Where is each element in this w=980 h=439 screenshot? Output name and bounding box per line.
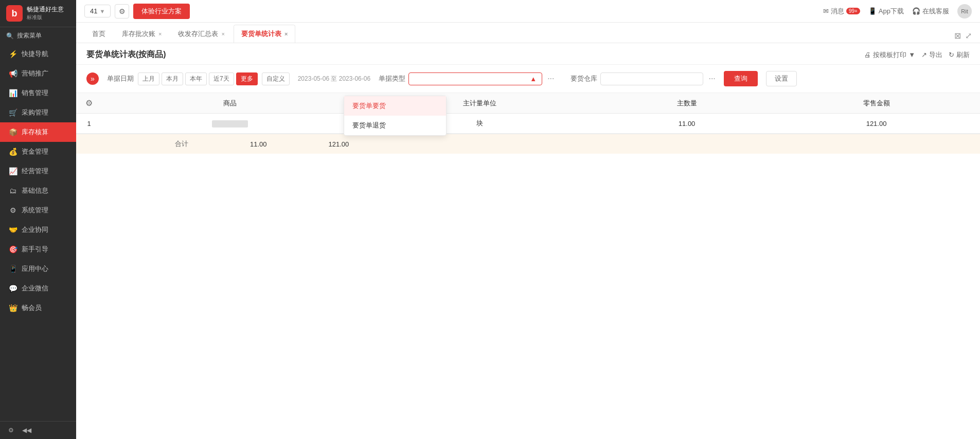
date-btn-last-month[interactable]: 上月 <box>138 72 159 85</box>
table-footer: 合计 11.00 121.00 <box>76 134 980 154</box>
tabs-bar: 首页 库存批次账 × 收发存汇总表 × 要货单统计表 × ⊠ ⤢ <box>76 23 980 43</box>
avatar[interactable]: Rit <box>957 4 972 19</box>
warehouse-select[interactable] <box>600 72 703 85</box>
sidebar-item-system[interactable]: ⚙ 系统管理 <box>0 200 76 220</box>
sidebar-item-app-center[interactable]: 📱 应用中心 <box>0 259 76 279</box>
cell-product <box>102 114 358 134</box>
sidebar-collapse-btn[interactable]: ◀◀ <box>22 427 31 434</box>
type-label: 单据类型 <box>379 74 405 83</box>
date-filter-group: 单据日期 上月 本月 本年 近7天 更多 自定义 <box>107 72 290 85</box>
industry-btn[interactable]: 体验行业方案 <box>133 4 190 19</box>
purchase-icon: 🛒 <box>8 108 17 117</box>
topbar-gear-button[interactable]: ⚙ <box>115 4 129 19</box>
type-more-btn[interactable]: ··· <box>547 74 554 83</box>
col-settings-icon: ⚙ <box>85 99 93 107</box>
table-row: 1 块 11.00 121.00 <box>76 114 980 134</box>
print-chevron-icon: ▼ <box>908 51 915 59</box>
sidebar-item-guide[interactable]: 🎯 新手引导 <box>0 240 76 259</box>
warehouse-more-btn[interactable]: ··· <box>708 74 715 83</box>
search-menu[interactable]: 🔍 搜索菜单 <box>0 27 76 44</box>
tab-receivable-summary-close[interactable]: × <box>221 31 224 37</box>
sidebar-item-label: 新手引导 <box>22 245 48 254</box>
cell-index: 1 <box>76 114 102 134</box>
sales-icon: 📊 <box>8 89 17 97</box>
tab-home[interactable]: 首页 <box>84 25 113 43</box>
print-template-btn[interactable]: 🖨 按模板打印 ▼ <box>864 50 915 60</box>
tab-inventory-batch-close[interactable]: × <box>158 31 162 37</box>
type-filter-group: 单据类型 ▲ ··· <box>379 72 554 85</box>
sidebar-item-finance[interactable]: 💰 资金管理 <box>0 142 76 161</box>
tab-inventory-batch-label: 库存批次账 <box>122 29 155 39</box>
sidebar-item-operations[interactable]: 📈 经营管理 <box>0 161 76 181</box>
page-title: 要货单统计表(按商品) <box>86 49 166 60</box>
dropdown-item-order-return[interactable]: 要货单退货 <box>344 116 446 135</box>
sidebar: b 畅捷通好生意 标准版 🔍 搜索菜单 ⚡ 快捷导航 📢 营销推广 📊 销售管理… <box>0 0 76 439</box>
footer-label: 合计 <box>175 139 188 149</box>
cell-amount: 121.00 <box>773 114 980 134</box>
tab-inventory-batch[interactable]: 库存批次账 × <box>114 25 169 43</box>
sidebar-settings-btn[interactable]: ⚙ <box>8 427 14 434</box>
refresh-icon: ↻ <box>949 51 954 59</box>
date-range-display: 2023-05-06 至 2023-06-06 <box>298 75 370 83</box>
finance-icon: 💰 <box>8 148 17 156</box>
tab-expand-btn[interactable]: ⊠ <box>954 31 961 41</box>
sidebar-item-label: 应用中心 <box>22 264 48 273</box>
messages-btn[interactable]: ✉ 消息 99+ <box>823 7 860 16</box>
sidebar-item-cooperation[interactable]: 🤝 企业协同 <box>0 220 76 240</box>
online-service-btn[interactable]: 🎧 在线客服 <box>912 7 949 16</box>
date-custom-btn[interactable]: 自定义 <box>262 72 290 85</box>
sidebar-item-member[interactable]: 👑 畅会员 <box>0 298 76 318</box>
filter-bar: » 单据日期 上月 本月 本年 近7天 更多 自定义 2023-05-06 至 … <box>76 65 980 93</box>
date-btn-last-7days[interactable]: 近7天 <box>209 72 234 85</box>
gear-icon: ⚙ <box>119 7 126 15</box>
service-icon: 🎧 <box>912 7 920 15</box>
settings-btn[interactable]: 设置 <box>766 71 797 86</box>
warehouse-label: 要货仓库 <box>571 74 597 83</box>
date-btn-this-month[interactable]: 本月 <box>162 72 183 85</box>
date-btn-this-year[interactable]: 本年 <box>185 72 207 85</box>
tab-order-summary[interactable]: 要货单统计表 × <box>234 25 295 43</box>
query-btn[interactable]: 查询 <box>724 71 758 86</box>
filter-expand-btn[interactable]: » <box>86 72 99 85</box>
search-icon: 🔍 <box>6 32 14 40</box>
wechat-icon: 💬 <box>8 284 17 292</box>
page-actions: 🖨 按模板打印 ▼ ↗ 导出 ↻ 刷新 <box>864 50 970 60</box>
tab-receivable-summary-label: 收发存汇总表 <box>178 29 218 39</box>
sidebar-item-basic[interactable]: 🗂 基础信息 <box>0 181 76 200</box>
page-inner: 要货单统计表(按商品) 🖨 按模板打印 ▼ ↗ 导出 ↻ 刷新 <box>76 43 980 439</box>
tab-order-summary-close[interactable]: × <box>284 31 288 37</box>
tab-fullscreen-btn[interactable]: ⤢ <box>965 31 972 41</box>
sidebar-item-marketing[interactable]: 📢 营销推广 <box>0 64 76 83</box>
sidebar-item-wechat[interactable]: 💬 企业微信 <box>0 279 76 298</box>
logo-sub: 标准版 <box>27 14 64 21</box>
sidebar-item-label: 资金管理 <box>22 147 48 156</box>
export-btn[interactable]: ↗ 导出 <box>921 50 942 60</box>
print-icon: 🖨 <box>864 51 871 59</box>
date-btn-more[interactable]: 更多 <box>236 72 258 85</box>
sidebar-item-label: 基础信息 <box>22 186 48 195</box>
sidebar-item-sales[interactable]: 📊 销售管理 <box>0 83 76 103</box>
dropdown-item-order-purchase[interactable]: 要货单要货 <box>344 96 446 116</box>
sidebar-item-inventory[interactable]: 📦 库存核算 <box>0 122 76 142</box>
col-amount: 零售金额 <box>773 93 980 114</box>
type-dropdown: 要货单要货 要货单退货 <box>344 96 447 136</box>
footer-amount: 121.00 <box>329 140 349 148</box>
type-select[interactable]: ▲ <box>408 72 542 85</box>
sidebar-item-quick-nav[interactable]: ⚡ 快捷导航 <box>0 44 76 64</box>
app-download-btn[interactable]: 📱 App下载 <box>868 7 904 16</box>
sidebar-item-purchase[interactable]: 🛒 采购管理 <box>0 103 76 122</box>
store-selector[interactable]: 41 ▼ <box>84 5 111 17</box>
tab-receivable-summary[interactable]: 收发存汇总表 × <box>170 25 232 43</box>
col-quantity: 主数量 <box>601 93 773 114</box>
warehouse-filter-group: 要货仓库 ··· <box>571 72 715 85</box>
message-icon: ✉ <box>823 7 829 15</box>
system-icon: ⚙ <box>8 206 17 214</box>
avatar-text: Rit <box>961 8 968 14</box>
col-settings[interactable]: ⚙ <box>76 93 102 114</box>
tab-order-summary-label: 要货单统计表 <box>241 29 281 39</box>
refresh-btn[interactable]: ↻ 刷新 <box>949 50 970 60</box>
sidebar-item-label: 营销推广 <box>22 69 48 78</box>
member-icon: 👑 <box>8 304 17 312</box>
guide-icon: 🎯 <box>8 245 17 253</box>
app-icon: 📱 <box>868 7 877 15</box>
